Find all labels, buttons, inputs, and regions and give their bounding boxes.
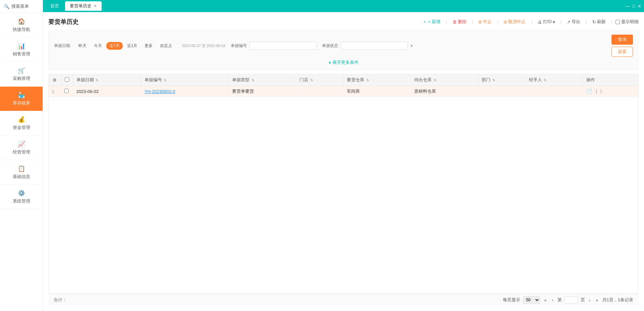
col-store[interactable]: 门店 ⇅ (296, 74, 343, 86)
export-icon: ↗ (567, 19, 571, 25)
prev-page-button[interactable]: ‹ (551, 297, 555, 303)
stop-button[interactable]: ⊘ 中止 (476, 17, 494, 26)
date-btn-custom[interactable]: 自定义 (157, 42, 175, 50)
minimize-button[interactable]: — (625, 4, 630, 9)
col-doc-num[interactable]: 单据编号 ⇅ (141, 74, 229, 86)
status-select[interactable] (341, 42, 408, 50)
print-button[interactable]: 🖨 打印 ▾ (536, 17, 557, 26)
sort-icon-doc-num: ⇅ (164, 78, 166, 82)
home-icon: 🏠 (18, 18, 25, 25)
page-number-input[interactable]: 1 (565, 297, 578, 304)
table-header-row: ⚙ 单据日期 ⇅ 单据编号 ⇅ 单据类型 (49, 74, 638, 86)
status-filter: 单据状态 ▾ (322, 42, 606, 50)
system-icon: ⚙️ (18, 189, 25, 197)
window-controls: — □ ✕ (625, 4, 641, 9)
export-button[interactable]: ↗ 导出 (565, 17, 582, 26)
cell-handler (525, 86, 583, 97)
status-dropdown-icon[interactable]: ▾ (411, 43, 413, 48)
cell-num: 1 (49, 86, 61, 97)
col-doc-type[interactable]: 单据类型 ⇅ (229, 74, 296, 86)
cell-doc-num[interactable]: YH-20230602-0 (141, 86, 229, 97)
per-page-select[interactable]: 10 20 50 100 (523, 296, 540, 304)
cell-action: 📄 ⋮⋮ (583, 86, 638, 97)
sidebar-search[interactable]: 🔍 搜索菜单 (0, 0, 43, 13)
date-btn-7days[interactable]: 近7天 (106, 42, 123, 50)
tab-bar: 首页 要货单历史 ✕ — □ ✕ (43, 0, 644, 12)
tab-requisition-history-label: 要货单历史 (70, 3, 92, 9)
table-row: 1 2023-06-02 YH-20230602-0 要货单要货 车间库 原材料… (49, 86, 638, 97)
new-button[interactable]: ＋ + 新增 (421, 17, 442, 26)
sidebar-item-basic[interactable]: 📋 基础信息 (0, 160, 43, 185)
sort-icon-doc-type: ⇅ (252, 78, 254, 82)
print-icon: 🖨 (538, 19, 542, 25)
row-more-icon[interactable]: ⋮⋮ (594, 89, 603, 94)
toolbar: ＋ + 新增 | 🗑 删除 | ⊘ 中止 | ⊘ 取消中止 | (421, 17, 639, 26)
delete-button[interactable]: 🗑 删除 (450, 17, 469, 26)
row-checkbox[interactable] (64, 89, 69, 93)
sidebar-item-inventory-label: 库存核算 (13, 100, 30, 106)
doc-number-label: 单据编号 (231, 43, 247, 49)
page-unit: 页 (581, 297, 585, 303)
col-pending-warehouse[interactable]: 待出仓库 ⇅ (411, 74, 478, 86)
col-department[interactable]: 部门 ⇅ (478, 74, 526, 86)
close-button[interactable]: ✕ (638, 4, 641, 9)
sidebar-item-finance[interactable]: 💰 资金管理 (0, 111, 43, 136)
sort-icon-handler: ⇅ (544, 78, 546, 82)
tab-home-label: 首页 (50, 3, 59, 9)
doc-num-link[interactable]: YH-20230602-0 (145, 89, 175, 94)
page-label: 第 (557, 297, 562, 303)
col-doc-date[interactable]: 单据日期 ⇅ (73, 74, 141, 86)
tab-requisition-history[interactable]: 要货单历史 ✕ (65, 1, 102, 11)
sidebar-item-inventory[interactable]: 🏪 库存核算 (0, 87, 43, 111)
data-table: ⚙ 单据日期 ⇅ 单据编号 ⇅ 单据类型 (49, 74, 638, 97)
sidebar-item-sales-label: 销售管理 (13, 51, 30, 57)
sort-icon-store: ⇅ (310, 78, 313, 82)
sidebar-item-sales[interactable]: 📊 销售管理 (0, 38, 43, 62)
tab-close-icon[interactable]: ✕ (94, 4, 97, 8)
sidebar-item-operation-label: 经营管理 (13, 149, 30, 155)
date-btn-1month[interactable]: 近1月 (124, 42, 141, 50)
date-btn-today[interactable]: 今天 (91, 42, 105, 50)
cell-doc-type: 要货单要货 (229, 86, 296, 97)
sidebar-item-system[interactable]: ⚙️ 系统管理 (0, 185, 43, 209)
date-filter-label: 单据日期 (54, 43, 70, 49)
date-btn-more[interactable]: 更多 (142, 42, 156, 50)
sidebar-search-label: 搜索菜单 (11, 3, 29, 9)
delete-icon: 🗑 (452, 19, 457, 25)
sort-icon-doc-date: ⇅ (96, 78, 98, 82)
doc-number-input[interactable] (250, 42, 317, 50)
cancel-stop-button[interactable]: ⊘ 取消中止 (501, 17, 528, 26)
doc-number-filter: 单据编号 (231, 42, 317, 50)
col-check (61, 74, 73, 86)
sidebar-item-operation[interactable]: 📈 经营管理 (0, 136, 43, 160)
first-page-button[interactable]: « (543, 297, 548, 303)
col-handler[interactable]: 经手人 ⇅ (525, 74, 583, 86)
row-edit-icon[interactable]: 📄 (586, 89, 592, 94)
new-icon: ＋ (423, 19, 427, 25)
cancel-stop-icon: ⊘ (503, 19, 507, 25)
sidebar-item-purchase[interactable]: 🛒 采购管理 (0, 62, 43, 87)
expand-more[interactable]: ▾ 展开更多条件 (54, 59, 633, 65)
col-gear[interactable]: ⚙ (49, 74, 61, 86)
tab-home[interactable]: 首页 (46, 1, 64, 11)
cell-check (61, 86, 73, 97)
main-area: 首页 要货单历史 ✕ — □ ✕ 要货单历史 ＋ + 新增 | 🗑 (43, 0, 644, 311)
query-button[interactable]: 查询 (611, 35, 633, 45)
next-page-button[interactable]: › (588, 297, 592, 303)
col-req-warehouse[interactable]: 要货仓库 ⇅ (343, 74, 411, 86)
cell-store (296, 86, 343, 97)
date-btn-yesterday[interactable]: 昨天 (75, 42, 90, 50)
cell-department (478, 86, 526, 97)
show-detail-checkbox[interactable] (615, 20, 620, 24)
cell-pending-warehouse: 原材料仓库 (411, 86, 478, 97)
page-header: 要货单历史 ＋ + 新增 | 🗑 删除 | ⊘ 中止 | ⊘ (48, 17, 639, 26)
last-page-button[interactable]: » (594, 297, 599, 303)
refresh-button[interactable]: ↻ 刷新 (590, 17, 608, 26)
sidebar-item-quick-nav[interactable]: 🏠 快捷导航 (0, 13, 43, 38)
maximize-button[interactable]: □ (632, 4, 635, 9)
select-all-checkbox[interactable] (65, 77, 69, 82)
per-page-label: 每页显示 (503, 297, 520, 303)
show-detail-checkbox-wrap[interactable]: 显示明细 (615, 19, 639, 25)
settings-button[interactable]: 设置 (611, 47, 633, 57)
sidebar-item-purchase-label: 采购管理 (13, 76, 30, 82)
